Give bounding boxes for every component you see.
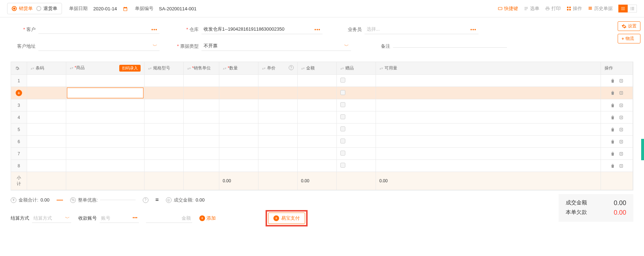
cell-gift[interactable] — [336, 160, 376, 172]
cell-spec[interactable] — [144, 99, 183, 111]
table-row[interactable]: 6 — [11, 136, 633, 148]
logistics-button[interactable]: + 物流 — [618, 34, 640, 43]
cell-product[interactable] — [66, 160, 144, 172]
delete-row-icon[interactable] — [610, 151, 615, 156]
duplicate-row-icon[interactable] — [619, 103, 624, 108]
cell-product[interactable] — [66, 136, 144, 148]
help-icon[interactable]: ? — [143, 197, 148, 203]
delete-row-icon[interactable] — [610, 139, 615, 144]
cell-spec[interactable] — [144, 124, 183, 136]
cell-barcode[interactable] — [27, 160, 66, 172]
cell-amount[interactable] — [297, 87, 336, 99]
print-button[interactable]: 打印 — [545, 5, 561, 12]
cell-barcode[interactable] — [27, 87, 66, 99]
duplicate-row-icon[interactable] — [619, 78, 624, 83]
cell-price[interactable] — [258, 136, 297, 148]
add-row-icon[interactable]: + — [16, 90, 22, 96]
tab-return-order[interactable]: 退货单 — [36, 5, 57, 12]
cell-product[interactable] — [66, 87, 144, 99]
col-unit[interactable]: ▴▾*销售单位 — [183, 62, 219, 75]
gift-checkbox[interactable] — [340, 139, 345, 143]
yeepay-button[interactable]: + 易宝支付 — [268, 213, 305, 224]
cell-amount[interactable] — [297, 148, 336, 160]
delete-row-icon[interactable] — [610, 163, 615, 168]
cell-price[interactable] — [258, 87, 297, 99]
cell-barcode[interactable] — [27, 148, 66, 160]
cell-qty[interactable] — [219, 148, 258, 160]
cell-qty[interactable] — [219, 160, 258, 172]
cell-gift[interactable] — [336, 99, 376, 111]
column-settings[interactable] — [11, 62, 27, 75]
col-gift[interactable]: ▴▾赠品 — [336, 62, 376, 75]
history-button[interactable]: 历史单据 — [588, 5, 613, 12]
cell-spec[interactable] — [144, 148, 183, 160]
cell-barcode[interactable] — [27, 136, 66, 148]
cell-unit[interactable] — [183, 87, 219, 99]
cell-product[interactable] — [66, 148, 144, 160]
table-row[interactable]: 8 — [11, 160, 633, 172]
cell-price[interactable] — [258, 124, 297, 136]
tab-sales-order[interactable]: 销货单 — [12, 5, 33, 12]
table-row[interactable]: 7 — [11, 148, 633, 160]
view-compact-button[interactable] — [618, 5, 628, 12]
cell-barcode[interactable] — [27, 99, 66, 111]
discount-input[interactable] — [100, 200, 136, 200]
gift-checkbox[interactable] — [340, 151, 345, 156]
cell-spec[interactable] — [144, 75, 183, 87]
cell-unit[interactable] — [183, 160, 219, 172]
operations-button[interactable]: 操作 — [566, 5, 582, 12]
side-tab[interactable] — [641, 139, 644, 160]
duplicate-row-icon[interactable] — [619, 127, 624, 132]
duplicate-row-icon[interactable] — [619, 139, 624, 144]
col-price[interactable]: ▴▾单价? — [258, 62, 297, 75]
cell-product[interactable] — [66, 75, 144, 87]
cell-qty[interactable] — [219, 75, 258, 87]
lookup-icon[interactable]: ••• — [151, 27, 157, 32]
gift-checkbox[interactable] — [340, 163, 345, 168]
cell-spec[interactable] — [144, 87, 183, 99]
product-cell-input[interactable] — [67, 88, 143, 98]
lookup-icon[interactable]: ••• — [314, 27, 320, 32]
duplicate-row-icon[interactable] — [619, 151, 624, 156]
date-value[interactable]: 2020-01-14 — [90, 5, 120, 13]
cell-price[interactable] — [258, 75, 297, 87]
duplicate-row-icon[interactable] — [619, 115, 624, 120]
cell-qty[interactable] — [219, 111, 258, 124]
col-barcode[interactable]: ▴▾条码 — [27, 62, 66, 75]
delete-row-icon[interactable] — [610, 78, 615, 83]
cell-price[interactable] — [258, 99, 297, 111]
cell-gift[interactable] — [336, 148, 376, 160]
cell-gift[interactable] — [336, 87, 376, 99]
cell-price[interactable] — [258, 160, 297, 172]
table-row[interactable]: + — [11, 87, 633, 99]
add-payment-button[interactable]: + 添加 — [199, 215, 216, 221]
cell-amount[interactable] — [297, 99, 336, 111]
table-row[interactable]: 1 — [11, 75, 633, 87]
cell-gift[interactable] — [336, 124, 376, 136]
lookup-icon[interactable]: ••• — [470, 27, 476, 32]
invoice-input[interactable]: 不开票﹀ — [201, 41, 351, 51]
cell-unit[interactable] — [183, 99, 219, 111]
cell-gift[interactable] — [336, 111, 376, 124]
cell-unit[interactable] — [183, 148, 219, 160]
help-icon[interactable]: ? — [289, 65, 294, 70]
delete-row-icon[interactable] — [610, 115, 615, 120]
warehouse-input[interactable]: 收发仓库1--1904281619118630002350••• — [201, 25, 323, 34]
gift-checkbox[interactable] — [340, 102, 345, 107]
col-spec[interactable]: ▴▾规格型号 — [144, 62, 183, 75]
cell-qty[interactable] — [219, 124, 258, 136]
cell-gift[interactable] — [336, 75, 376, 87]
cell-price[interactable] — [258, 111, 297, 124]
col-amount[interactable]: ▴▾金额 — [297, 62, 336, 75]
salesman-input[interactable]: 选择...••• — [365, 25, 478, 34]
cell-product[interactable] — [66, 111, 144, 124]
cell-qty[interactable] — [219, 136, 258, 148]
col-available[interactable]: ▴▾可用量 — [376, 62, 601, 75]
cell-amount[interactable] — [297, 75, 336, 87]
col-qty[interactable]: ▴▾*数量 — [219, 62, 258, 75]
remark-input[interactable] — [393, 45, 507, 48]
duplicate-row-icon[interactable] — [619, 90, 624, 96]
gift-checkbox[interactable] — [340, 78, 345, 83]
cell-unit[interactable] — [183, 111, 219, 124]
pick-order-button[interactable]: 选单 — [524, 5, 539, 12]
